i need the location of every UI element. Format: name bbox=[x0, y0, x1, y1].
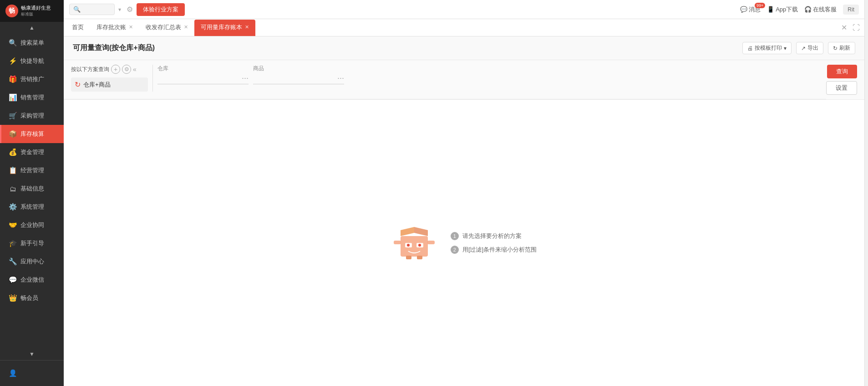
filter-goods-more-btn[interactable]: ··· bbox=[337, 73, 344, 83]
sidebar-item-销售管理[interactable]: 📊 销售管理 bbox=[0, 88, 64, 107]
content-area: 1 请先选择要分析的方案 2 用[过滤]条件来缩小分析范围 bbox=[64, 100, 864, 386]
sidebar-label-10: 企业协同 bbox=[20, 221, 44, 229]
sidebar-item-快捷导航[interactable]: ⚡ 快捷导航 bbox=[0, 52, 64, 70]
app-logo: 畅 畅康通好生意 标准版 bbox=[0, 0, 64, 22]
scheme-icon: ↻ bbox=[75, 80, 81, 89]
sidebar-item-profile[interactable]: 👤 bbox=[0, 364, 64, 382]
column-settings-btn[interactable]: 设置 bbox=[826, 81, 857, 95]
export-btn[interactable]: ↗ 导出 bbox=[796, 42, 823, 54]
sidebar-label-1: 快捷导航 bbox=[20, 57, 44, 65]
sidebar-label-11: 新手引导 bbox=[20, 239, 44, 247]
tip-num-1: 1 bbox=[451, 232, 459, 240]
tab-available-stock[interactable]: 可用量库存账本 ✕ bbox=[194, 20, 255, 36]
svg-point-6 bbox=[418, 244, 421, 247]
sidebar-label-7: 经营管理 bbox=[20, 166, 44, 175]
svg-rect-0 bbox=[401, 236, 428, 257]
app-download-btn[interactable]: 📱 App下载 bbox=[767, 5, 798, 14]
sidebar-nav: 🔍 搜索菜单 ⚡ 快捷导航 🎁 营销推广 📊 销售管理 🛒 采购管理 📦 库存核… bbox=[0, 34, 64, 348]
sidebar-icon-0: 🔍 bbox=[9, 39, 17, 47]
refresh-btn[interactable]: ↻ 刷新 bbox=[828, 42, 855, 54]
filter-scheme-panel: 按以下方案查询 + ⚙ « ↻ 仓库+商品 bbox=[71, 65, 153, 92]
print-dropdown-icon: ▾ bbox=[784, 45, 787, 51]
filter-warehouse-more-btn[interactable]: ··· bbox=[242, 73, 249, 83]
tab-close-inventory-batch[interactable]: ✕ bbox=[129, 24, 133, 30]
message-btn[interactable]: 💬 消息 99+ bbox=[740, 5, 761, 14]
sidebar-label-13: 企业微信 bbox=[20, 276, 44, 284]
topbar-search-input[interactable] bbox=[82, 6, 110, 13]
sidebar-item-应用中心[interactable]: 🔧 应用中心 bbox=[0, 252, 64, 271]
app-name: 畅康通好生意 bbox=[21, 5, 51, 11]
sidebar-label-8: 基础信息 bbox=[20, 185, 44, 193]
filter-area: 按以下方案查询 + ⚙ « ↻ 仓库+商品 仓库 bbox=[64, 60, 826, 99]
filter-goods-field: 商品 ··· bbox=[253, 65, 344, 84]
sidebar-icon-1: ⚡ bbox=[9, 57, 17, 65]
page-header: 可用量查询(按仓库+商品) 🖨 按模板打印 ▾ ↗ 导出 ↻ 刷新 bbox=[64, 36, 864, 60]
tab-stock-summary[interactable]: 收发存汇总表 ✕ bbox=[139, 20, 194, 36]
tabs-close-all-btn[interactable]: ✕ bbox=[838, 21, 850, 35]
online-service-btn[interactable]: 🎧 在线客服 bbox=[804, 5, 837, 14]
tab-close-stock-summary[interactable]: ✕ bbox=[184, 24, 188, 30]
topbar: 🔍 ▾ ⚙ 体验行业方案 💬 消息 99+ 📱 App下载 🎧 在线客服 Rit bbox=[64, 0, 864, 19]
filter-goods-input-wrapper: ··· bbox=[253, 73, 344, 84]
svg-rect-9 bbox=[394, 241, 401, 244]
sidebar-item-基础信息[interactable]: 🗂 基础信息 bbox=[0, 180, 64, 198]
sidebar-item-资金管理[interactable]: 💰 资金管理 bbox=[0, 143, 64, 161]
filter-goods-input[interactable] bbox=[253, 75, 337, 82]
sidebar-item-新手引导[interactable]: 🎓 新手引导 bbox=[0, 234, 64, 252]
sidebar-label-4: 采购管理 bbox=[20, 112, 44, 120]
filter-warehouse-input[interactable] bbox=[157, 75, 242, 82]
sidebar-bottom: 👤 bbox=[0, 360, 64, 386]
industry-btn[interactable]: 体验行业方案 bbox=[137, 3, 185, 16]
message-icon: 💬 bbox=[740, 6, 747, 13]
message-badge: 99+ bbox=[755, 3, 765, 8]
tabs-expand-btn[interactable]: ⛶ bbox=[850, 21, 863, 35]
sidebar-scroll-up[interactable]: ▲ bbox=[0, 22, 64, 34]
sidebar-icon-14: 👑 bbox=[9, 294, 17, 302]
sidebar-icon-9: ⚙️ bbox=[9, 203, 17, 211]
tab-inventory-batch[interactable]: 库存批次账 ✕ bbox=[90, 20, 139, 36]
topbar-gear-icon[interactable]: ⚙ bbox=[127, 5, 133, 14]
sidebar-label-0: 搜索菜单 bbox=[20, 39, 44, 47]
sidebar-label-2: 营销推广 bbox=[20, 75, 44, 83]
sidebar-item-企业协同[interactable]: 🤝 企业协同 bbox=[0, 216, 64, 234]
query-btn[interactable]: 查询 bbox=[827, 65, 857, 78]
sidebar-item-库存核算[interactable]: 📦 库存核算 bbox=[0, 125, 64, 143]
main-area: 🔍 ▾ ⚙ 体验行业方案 💬 消息 99+ 📱 App下载 🎧 在线客服 Rit bbox=[64, 0, 864, 386]
sidebar-label-6: 资金管理 bbox=[20, 148, 44, 156]
filter-collapse-btn[interactable]: « bbox=[133, 66, 137, 73]
tip-num-2: 2 bbox=[451, 246, 459, 254]
right-scrollbar[interactable] bbox=[864, 0, 868, 386]
sidebar-item-营销推广[interactable]: 🎁 营销推广 bbox=[0, 70, 64, 88]
filter-warehouse-field: 仓库 ··· bbox=[157, 65, 249, 84]
filter-scheme-label: 按以下方案查询 + ⚙ « bbox=[71, 65, 148, 74]
sidebar-icon-8: 🗂 bbox=[9, 185, 17, 193]
filter-add-btn[interactable]: + bbox=[111, 65, 120, 74]
user-profile-btn[interactable]: Rit bbox=[843, 5, 859, 15]
sidebar-label-5: 库存核算 bbox=[20, 130, 44, 138]
sidebar-item-企业微信[interactable]: 💬 企业微信 bbox=[0, 271, 64, 289]
filter-scheme-item[interactable]: ↻ 仓库+商品 bbox=[71, 77, 148, 92]
sidebar-icon-3: 📊 bbox=[9, 93, 17, 102]
sidebar-item-采购管理[interactable]: 🛒 采购管理 bbox=[0, 107, 64, 125]
print-btn[interactable]: 🖨 按模板打印 ▾ bbox=[742, 42, 792, 54]
empty-state: 1 请先选择要分析的方案 2 用[过滤]条件来缩小分析范围 bbox=[391, 220, 537, 266]
sidebar-item-系统管理[interactable]: ⚙️ 系统管理 bbox=[0, 198, 64, 216]
sidebar-item-经营管理[interactable]: 📋 经营管理 bbox=[0, 161, 64, 180]
tab-home[interactable]: 首页 bbox=[66, 20, 90, 36]
printer-icon: 🖨 bbox=[747, 45, 753, 51]
tab-close-available-stock[interactable]: ✕ bbox=[245, 24, 249, 30]
sidebar-icon-11: 🎓 bbox=[9, 239, 17, 247]
svg-rect-10 bbox=[427, 241, 435, 244]
app-badge: 标准版 bbox=[21, 11, 51, 17]
filter-warehouse-input-wrapper: ··· bbox=[157, 73, 249, 84]
sidebar-scroll-down[interactable]: ▼ bbox=[0, 348, 64, 360]
topbar-dropdown-icon[interactable]: ▾ bbox=[118, 6, 121, 13]
sidebar-item-搜索菜单[interactable]: 🔍 搜索菜单 bbox=[0, 34, 64, 52]
sidebar-label-14: 畅会员 bbox=[20, 294, 38, 302]
sidebar-item-畅会员[interactable]: 👑 畅会员 bbox=[0, 289, 64, 307]
empty-illustration bbox=[391, 220, 437, 266]
topbar-search-box[interactable]: 🔍 bbox=[69, 4, 115, 15]
svg-rect-8 bbox=[417, 256, 422, 259]
search-icon: 🔍 bbox=[73, 6, 81, 13]
filter-settings-icon[interactable]: ⚙ bbox=[122, 65, 131, 74]
